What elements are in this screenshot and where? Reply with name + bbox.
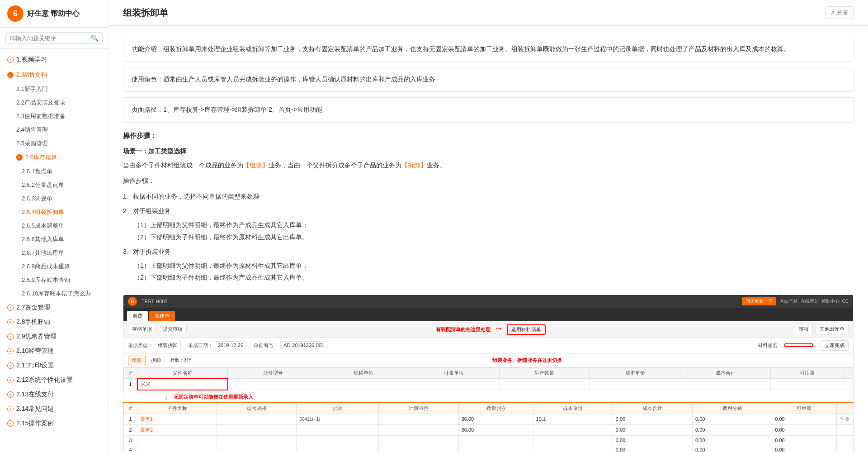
sidebar-item-faq[interactable]: + 2.14常见问题 (0, 402, 108, 416)
lower-cell (379, 424, 458, 435)
mock-user: CC (842, 299, 849, 304)
sidebar-item-purchase[interactable]: 2.5采购管理 (0, 137, 108, 150)
item-label: 2.6.5成本调整单 (22, 222, 64, 229)
sidebar-item-other-in[interactable]: 2.6.6其他入库单 (0, 233, 108, 246)
sidebar-item-video[interactable]: + 1.视频学习 (0, 52, 108, 67)
mock-toggle-disassembly[interactable]: 拆卸 (147, 356, 165, 365)
lower-cell (379, 414, 458, 424)
item-label: 2.6.7其他出库单 (22, 249, 64, 256)
intro-text: 功能介绍：组装拆卸单用来处理企业组装或拆卸等加工业务，支持有固定装配清单的产品加… (132, 45, 790, 52)
role-text: 使用角色：通常由生产人员或库管人员完成拆装业务的操作，库管人员确认原材料的出库和… (132, 76, 435, 83)
path-block: 页面路径：1、库存核算->库存管理->组装拆卸单 2、首页->常用功能 (123, 97, 854, 122)
sidebar-item-label: 2.9优惠券管理 (16, 333, 57, 341)
sidebar-item-install[interactable]: 2.2产品安装及登录 (0, 96, 108, 109)
mock-lower-th-unit: 计量单位 (379, 403, 458, 414)
sidebar-item-other-out[interactable]: 2.6.7其他出库单 (0, 246, 108, 260)
logo-area: 6 好生意 帮助中心 (0, 0, 108, 28)
search-box[interactable]: 🔍 (5, 32, 103, 44)
app-logo: 6 (7, 5, 24, 22)
sidebar-item-inventory[interactable]: − 2.6库存核算 (0, 150, 108, 165)
sidebar-item-finance[interactable]: + 2.7资金管理 (0, 300, 108, 315)
sidebar-item-sales[interactable]: 2.4销售管理 (0, 123, 108, 137)
lower-cell: 30.00 (458, 414, 533, 424)
mock-lower-row-1: 1 覆盖1 60411(+1) 30.00 10.1 0.00 0.00 0.0… (124, 414, 853, 424)
sidebar-item-stocktake[interactable]: 2.6.1盘点单 (0, 165, 108, 178)
sidebar-item-ledger-query[interactable]: 2.6.9库存账本查询 (0, 273, 108, 287)
lower-row-delete[interactable]: 🗑 (845, 416, 850, 422)
lower-cell: 2 (124, 424, 137, 435)
mock-select-bom[interactable]: 选用材料清单 (507, 324, 546, 335)
mock-toggle-assembly[interactable]: 组装 (128, 356, 146, 365)
sidebar-item-docs[interactable]: − 2.帮助文档 (0, 68, 108, 82)
expand-icon: + (7, 348, 14, 354)
mock-upper-th-qty: 生产数量 (499, 367, 590, 379)
scene1-desc: 当由多个子件材料组装成一个成品的业务为【组装】业务，当由一个父件拆分成多个子产品… (123, 159, 854, 171)
share-button[interactable]: ↗ 分享 (825, 6, 854, 19)
sidebar-item-cases[interactable]: + 2.15操作案例 (0, 416, 108, 431)
mock-help-link: 在线帮助 (801, 298, 819, 305)
sidebar-item-beginner[interactable]: 2.1新手入门 (0, 82, 108, 96)
highlight-assembly: 【组装】 (243, 162, 269, 169)
mock-form-type-value: 组装拆卸 (155, 341, 181, 350)
lower-cell (217, 424, 297, 435)
mock-lower-row-4: 4 0.00 0.00 0.00 (124, 445, 853, 452)
mock-lower-th-costunit: 成本单价 (533, 403, 613, 414)
mock-upper-cell-costtotal (680, 379, 771, 390)
sidebar-item-data[interactable]: 2.3使用前数据准备 (0, 109, 108, 123)
mock-upper-cell-op (844, 379, 853, 390)
sidebar: 6 好生意 帮助中心 🔍 + 1.视频学习 − 2.帮助文档 2.1新手入门 (0, 0, 108, 452)
mock-logo: 6 (128, 297, 137, 306)
sidebar-item-split-stocktake[interactable]: 2.6.2分量盘点单 (0, 178, 108, 192)
expand-icon: + (7, 391, 14, 398)
search-input[interactable] (9, 35, 91, 42)
sidebar-item-label: 2.14常见问题 (16, 405, 54, 413)
scene1-title: 场景一：加工类型选择 (123, 147, 854, 156)
nav-section-2: − 2.帮助文档 2.1新手入门 2.2产品安装及登录 2.3使用前数据准备 2… (0, 68, 108, 431)
mock-tab-new: 新建单 (149, 311, 175, 321)
lower-cell-name: 覆盖1 (137, 414, 217, 424)
search-icon[interactable]: 🔍 (91, 34, 99, 42)
mock-upper-cell-num: 1 (124, 379, 137, 390)
mock-confirm-btn[interactable]: 立即完成 (821, 340, 849, 351)
sidebar-item-ledger-fix[interactable]: 2.6.10库存账本错了怎么办 (0, 287, 108, 300)
steps-section: 操作步骤： 场景一：加工类型选择 当由多个子件材料组装成一个成品的业务为【组装】… (123, 128, 854, 287)
sidebar-item-coupon[interactable]: + 2.9优惠券管理 (0, 329, 108, 344)
item-label: 2.5采购管理 (16, 140, 48, 147)
sidebar-item-transfer[interactable]: 2.6.3调拨单 (0, 192, 108, 205)
sidebar-item-payment[interactable]: + 2.13在线支付 (0, 387, 108, 402)
sidebar-item-mobile[interactable]: + 2.8手机旺铺 (0, 315, 108, 329)
sidebar-item-cost-recalc[interactable]: 2.6.8商品成本重算 (0, 260, 108, 273)
mock-submit-btn[interactable]: 提交审核 (159, 324, 187, 334)
sidebar-item-cost-adjust[interactable]: 2.6.5成本调整单 (0, 219, 108, 233)
mock-lower-th-model: 型号规格 (217, 403, 297, 414)
expand-icon: + (7, 362, 14, 369)
sidebar-item-personalize[interactable]: + 2.12系统个性化设置 (0, 373, 108, 387)
mock-lower-th-num: # (124, 403, 137, 414)
item-label: 2.6.4组装拆卸单 (22, 209, 64, 215)
lower-row-copy[interactable]: ✎ (840, 416, 844, 422)
lower-cell: 60411(+1) (297, 414, 379, 424)
mock-other-btn[interactable]: 其他出库单 (816, 324, 849, 334)
sidebar-item-assembly[interactable]: 2.6.4组装拆卸单 (0, 205, 108, 219)
sidebar-item-label: 1.视频学习 (16, 56, 47, 64)
role-block: 使用角色：通常由生产人员或库管人员完成拆装业务的操作，库管人员确认原材料的出库和… (123, 67, 854, 92)
mock-save-btn[interactable]: 存储单据 (128, 324, 156, 334)
mock-upper-th-num: # (124, 367, 137, 379)
sidebar-item-label: 2.11打印设置 (16, 362, 54, 370)
lower-cell: 0.00 (613, 414, 692, 424)
lower-cell (297, 424, 379, 435)
mock-lower-th-alloc: 费用分摊 (692, 403, 772, 414)
lower-cell (217, 414, 297, 424)
mock-new-btn: 同步更新一下 (742, 297, 776, 305)
lower-cell: 0.00 (692, 424, 772, 435)
content-area: 功能介绍：组装拆卸单用来处理企业组装或拆卸等加工业务，支持有固定装配清单的产品加… (108, 26, 868, 452)
collapse-icon: − (7, 72, 14, 78)
mock-upper-cell-qty (499, 379, 590, 390)
sidebar-item-print[interactable]: + 2.11打印设置 (0, 358, 108, 373)
mock-audit-btn[interactable]: 审核 (795, 324, 813, 334)
sidebar-item-operation[interactable]: + 2.10经营管理 (0, 344, 108, 358)
step3-2: （2）下部明细为子件明细，最终作为产成品生成其它入库单。 (134, 271, 854, 284)
mock-upper-th-avail: 可用量 (771, 367, 844, 379)
mock-upper-cell-name: 米米 (137, 379, 228, 390)
mock-tab-self: 自费 (127, 311, 148, 321)
